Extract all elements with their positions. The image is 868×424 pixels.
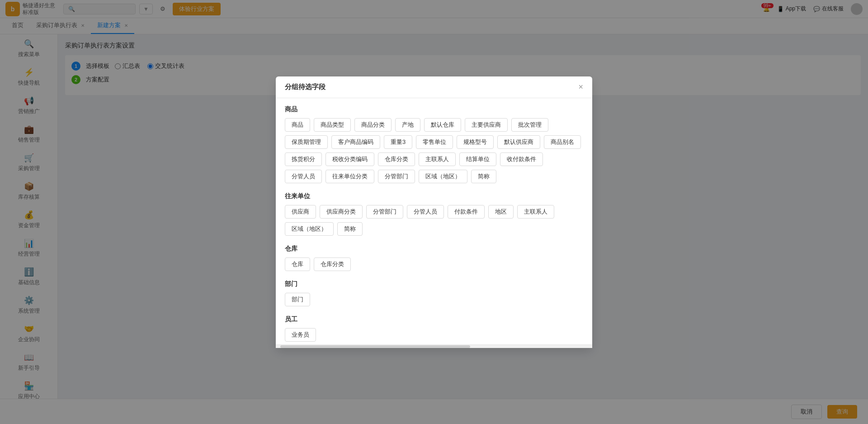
field-tag[interactable]: 仓库 [285,257,310,271]
field-tag[interactable]: 主要供应商 [465,118,508,132]
field-tag[interactable]: 商品分类 [354,118,392,132]
modal-overlay: 分组待选字段 × 商品 商品商品类型商品分类产地默认仓库主要供应商批次管理保质期… [0,0,868,424]
field-tag[interactable]: 区域（地区） [419,170,467,183]
field-tags-partner: 供应商供应商分类分管部门分管人员付款条件地区主联系人区域（地区）简称 [285,205,583,236]
modal-header: 分组待选字段 × [276,76,592,98]
field-tag[interactable]: 仓库分类 [378,152,415,166]
field-tag[interactable]: 简称 [337,222,363,236]
field-tag[interactable]: 商品别名 [544,135,581,149]
field-group-dept-title: 部门 [285,280,583,288]
field-tags-warehouse: 仓库仓库分类 [285,257,583,271]
field-tag[interactable]: 批次管理 [511,118,548,132]
field-tag[interactable]: 区域（地区） [285,222,334,236]
field-tags-product: 商品商品类型商品分类产地默认仓库主要供应商批次管理保质期管理客户商品编码重量3零… [285,118,583,183]
field-tag[interactable]: 默认供应商 [497,135,540,149]
field-group-partner-title: 往来单位 [285,192,583,200]
field-tag[interactable]: 税收分类编码 [326,152,374,166]
field-tag[interactable]: 业务员 [285,328,316,342]
field-group-staff-title: 员工 [285,315,583,324]
field-tag[interactable]: 客户商品编码 [331,135,380,149]
field-tag[interactable]: 结算单位 [459,152,496,166]
field-tag[interactable]: 产地 [395,118,420,132]
field-group-product: 商品 商品商品类型商品分类产地默认仓库主要供应商批次管理保质期管理客户商品编码重… [285,105,583,183]
field-tag[interactable]: 简称 [471,170,496,183]
field-tag[interactable]: 分管部门 [366,205,403,219]
field-tag[interactable]: 往来单位分类 [326,170,374,183]
field-tag[interactable]: 商品 [285,118,310,132]
field-tag[interactable]: 商品类型 [314,118,351,132]
field-tag[interactable]: 保质期管理 [285,135,328,149]
field-tag[interactable]: 重量3 [384,135,412,149]
field-tag[interactable]: 供应商分类 [320,205,363,219]
field-tags-staff: 业务员 [285,328,583,342]
field-tag[interactable]: 地区 [488,205,514,219]
field-tag[interactable]: 零售单位 [416,135,453,149]
field-tags-dept: 部门 [285,293,583,306]
field-tag[interactable]: 部门 [285,293,310,306]
field-tag[interactable]: 供应商 [285,205,316,219]
field-group-product-title: 商品 [285,105,583,114]
field-tag[interactable]: 主联系人 [517,205,554,219]
modal-title: 分组待选字段 [285,83,326,91]
field-tag[interactable]: 分管人员 [407,205,444,219]
field-tag[interactable]: 规格型号 [457,135,494,149]
modal-close-button[interactable]: × [578,83,583,91]
field-tag[interactable]: 分管人员 [285,170,322,183]
modal: 分组待选字段 × 商品 商品商品类型商品分类产地默认仓库主要供应商批次管理保质期… [276,76,592,348]
scrollbar-thumb [280,345,470,348]
field-tag[interactable]: 仓库分类 [314,257,351,271]
field-group-warehouse: 仓库 仓库仓库分类 [285,245,583,271]
field-tag[interactable]: 付款条件 [448,205,485,219]
field-group-dept: 部门 部门 [285,280,583,306]
field-tag[interactable]: 主联系人 [419,152,456,166]
field-tag[interactable]: 默认仓库 [424,118,461,132]
field-tag[interactable]: 分管部门 [378,170,415,183]
field-group-staff: 员工 业务员 [285,315,583,342]
field-group-warehouse-title: 仓库 [285,245,583,253]
modal-body: 商品 商品商品类型商品分类产地默认仓库主要供应商批次管理保质期管理客户商品编码重… [276,98,592,344]
scrollbar-x [276,344,592,348]
field-tag[interactable]: 收付款条件 [500,152,543,166]
field-tag[interactable]: 拣货积分 [285,152,322,166]
field-group-partner: 往来单位 供应商供应商分类分管部门分管人员付款条件地区主联系人区域（地区）简称 [285,192,583,236]
